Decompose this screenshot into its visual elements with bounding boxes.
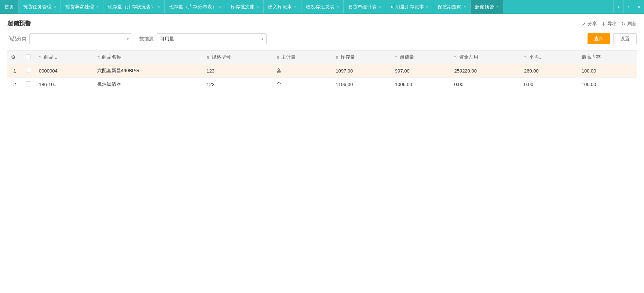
nav-collect-summary-label: 收发存汇总表 <box>306 4 334 10</box>
col-product-code-label: 商品... <box>44 54 58 60</box>
col-product-name-header[interactable]: ⇅ 商品名称 <box>94 51 203 64</box>
query-button[interactable]: 查询 <box>588 33 610 44</box>
filter-buttons: 查询 设置 <box>588 33 637 44</box>
col-max-stock-label: 最高库存 <box>582 54 601 60</box>
export-label: 导出 <box>607 21 617 27</box>
datasource-select[interactable]: 可用量 ▾ <box>157 33 267 44</box>
col-avg-header[interactable]: ⇅ 平均... <box>520 51 578 64</box>
share-label: 分享 <box>588 21 597 27</box>
nav-quality-check-close[interactable]: × <box>464 5 466 9</box>
export-icon: ↧ <box>601 21 606 27</box>
refresh-button[interactable]: ↻ 刷新 <box>621 21 637 27</box>
col-avg-label: 平均... <box>529 54 543 60</box>
row-avg: 260.00 <box>520 64 578 78</box>
nav-inventory-dist[interactable]: 现存量（库存分布表） × <box>165 0 226 14</box>
nav-overstock-alert-label: 超储预警 <box>475 4 494 10</box>
nav-overstock-alert[interactable]: 超储预警 × <box>471 0 503 14</box>
sort-icon-capital: ⇅ <box>454 55 457 59</box>
data-table: ⚙ ⇅ 商品... ⇅ 商品名称 ⇅ 规格型号 ⇅ <box>7 50 637 91</box>
nav-home[interactable]: 首页 <box>0 0 19 14</box>
table-row: 2 186-10... 机油滤清器 123 个 1106.00 1006.00 … <box>7 78 637 91</box>
nav-home-label: 首页 <box>4 4 14 10</box>
nav-order-stats-close[interactable]: × <box>379 5 381 9</box>
row-checkbox[interactable] <box>26 81 31 86</box>
row-checkbox[interactable] <box>26 68 31 73</box>
row-max-stock: 100.00 <box>578 78 637 91</box>
table-gear-icon[interactable]: ⚙ <box>11 54 16 60</box>
nav-available-ledger-label: 可用量库存账本 <box>391 4 424 10</box>
refresh-label: 刷新 <box>627 21 637 27</box>
nav-inventory-status[interactable]: 现存量（库存状况表） × <box>103 0 165 14</box>
nav-arrow-expand[interactable]: × <box>634 0 644 14</box>
nav-available-ledger-close[interactable]: × <box>426 5 428 9</box>
row-capital-use: 0.00 <box>450 78 520 91</box>
row-spec: 123 <box>203 78 273 91</box>
sort-icon-product-code: ⇅ <box>39 55 42 59</box>
table-header: ⚙ ⇅ 商品... ⇅ 商品名称 ⇅ 规格型号 ⇅ <box>7 51 637 64</box>
nav-task-mgmt-label: 拣货任务管理 <box>23 4 52 10</box>
nav-in-out-flow-label: 出入库流水 <box>268 4 292 10</box>
nav-arrows: ‹ › × <box>613 0 644 14</box>
col-max-stock-header: 最高库存 <box>578 51 637 64</box>
col-capital-label: 资金占用 <box>459 54 478 60</box>
category-select-arrow: ▾ <box>127 37 129 41</box>
nav-quality-check-label: 保质期查询 <box>438 4 461 10</box>
datasource-select-arrow: ▾ <box>261 37 263 41</box>
select-all-checkbox[interactable] <box>26 54 31 59</box>
col-gear-header: ⚙ <box>7 51 22 64</box>
col-overstock-header[interactable]: ⇅ 超储量 <box>391 51 451 64</box>
nav-arrow-right[interactable]: › <box>623 0 634 14</box>
col-unit-label: 主计量 <box>281 54 296 60</box>
nav-inventory-dist-close[interactable]: × <box>219 5 221 9</box>
row-checkbox-cell <box>22 64 35 78</box>
col-capital-header[interactable]: ⇅ 资金占用 <box>450 51 520 64</box>
col-product-code-header[interactable]: ⇅ 商品... <box>35 51 94 64</box>
nav-overstock-alert-close[interactable]: × <box>496 5 498 9</box>
datasource-select-value: 可用量 <box>160 36 174 42</box>
filter-bar: 商品分类 ▾ 数据源 可用量 ▾ 查询 设置 <box>7 33 637 44</box>
category-select[interactable]: ▾ <box>29 33 132 44</box>
nav-batch-account[interactable]: 库存批次账 × <box>226 0 264 14</box>
top-navigation: 首页 拣货任务管理 × 拣货异常处理 × 现存量（库存状况表） × 现存量（库存… <box>0 0 644 14</box>
col-checkbox-header <box>22 51 35 64</box>
export-button[interactable]: ↧ 导出 <box>601 21 617 27</box>
nav-order-stats[interactable]: 要货单统计表 × <box>344 0 386 14</box>
sort-icon-unit: ⇅ <box>277 55 279 59</box>
filter-category: 商品分类 ▾ <box>7 33 132 44</box>
col-unit-header[interactable]: ⇅ 主计量 <box>273 51 332 64</box>
nav-inventory-status-close[interactable]: × <box>158 5 160 9</box>
col-overstock-label: 超储量 <box>400 54 414 60</box>
row-spec: 123 <box>203 64 273 78</box>
nav-in-out-flow[interactable]: 出入库流水 × <box>264 0 301 14</box>
nav-in-out-flow-close[interactable]: × <box>294 5 296 9</box>
row-index: 2 <box>7 78 22 91</box>
col-spec-label: 规格型号 <box>212 54 231 60</box>
col-spec-header[interactable]: ⇅ 规格型号 <box>203 51 273 64</box>
nav-batch-account-close[interactable]: × <box>257 5 259 9</box>
nav-arrow-left[interactable]: ‹ <box>613 0 623 14</box>
filter-datasource-label: 数据源 <box>139 36 154 42</box>
share-button[interactable]: ↗ 分享 <box>582 21 597 27</box>
nav-collect-summary[interactable]: 收发存汇总表 × <box>301 0 344 14</box>
settings-button[interactable]: 设置 <box>613 33 637 44</box>
nav-order-stats-label: 要货单统计表 <box>348 4 377 10</box>
nav-collect-summary-close[interactable]: × <box>337 5 339 9</box>
nav-quality-check[interactable]: 保质期查询 × <box>433 0 471 14</box>
nav-task-mgmt-close[interactable]: × <box>54 5 56 9</box>
row-max-stock: 100.00 <box>578 64 637 78</box>
nav-exception[interactable]: 拣货异常处理 × <box>61 0 103 14</box>
page-content: 超储预警 ↗ 分享 ↧ 导出 ↻ 刷新 商品分类 ▾ 数据源 <box>0 14 644 97</box>
col-product-name-label: 商品名称 <box>102 54 121 60</box>
refresh-icon: ↻ <box>621 21 626 27</box>
row-unit: 个 <box>273 78 332 91</box>
row-product-code: 0000004 <box>35 64 94 78</box>
page-title: 超储预警 <box>7 20 31 27</box>
nav-exception-close[interactable]: × <box>96 5 98 9</box>
col-stock-header[interactable]: ⇅ 库存量 <box>332 51 391 64</box>
nav-available-ledger[interactable]: 可用量库存账本 × <box>386 0 433 14</box>
share-icon: ↗ <box>582 21 586 27</box>
nav-task-mgmt[interactable]: 拣货任务管理 × <box>19 0 61 14</box>
row-product-name: 六配套新昌490BPG <box>94 64 203 78</box>
table-body: 1 0000004 六配套新昌490BPG 123 套 1097.00 997.… <box>7 64 637 91</box>
row-unit: 套 <box>273 64 332 78</box>
